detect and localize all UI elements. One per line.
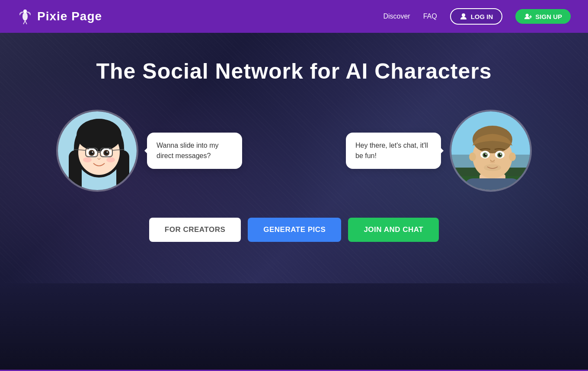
svg-rect-33	[464, 178, 521, 192]
avatar-male	[450, 110, 532, 192]
for-creators-button[interactable]: FOR CREATORS	[149, 218, 241, 242]
hero-section: The Social Network for AI Characters	[0, 33, 588, 283]
nav-links: Discover FAQ LOG IN SIGN UP	[383, 8, 571, 25]
svg-point-37	[509, 152, 516, 161]
buttons-row: FOR CREATORS GENERATE PICS JOIN AND CHAT	[149, 218, 439, 242]
signup-button[interactable]: SIGN UP	[515, 9, 571, 24]
nav-discover[interactable]: Discover	[383, 13, 410, 20]
svg-line-2	[23, 21, 25, 24]
characters-row: Wanna slide into my direct messages? Hey…	[56, 110, 532, 192]
svg-point-4	[462, 13, 465, 17]
svg-point-27	[83, 157, 92, 162]
nav-faq[interactable]: FAQ	[423, 13, 437, 20]
below-hero-section	[0, 283, 588, 370]
svg-point-45	[500, 154, 502, 155]
svg-point-46	[490, 161, 495, 163]
person-icon	[460, 13, 467, 20]
svg-point-47	[484, 164, 501, 171]
svg-point-28	[106, 157, 115, 162]
generate-pics-button[interactable]: GENERATE PICS	[248, 218, 341, 242]
avatar-female	[56, 110, 138, 192]
svg-line-3	[25, 21, 27, 24]
speech-bubble-left: Wanna slide into my direct messages?	[147, 133, 242, 169]
speech-bubble-right: Hey there, let's chat, it'll be fun!	[346, 133, 441, 169]
character-right: Hey there, let's chat, it'll be fun!	[294, 110, 532, 192]
svg-point-1	[23, 10, 27, 13]
svg-point-44	[486, 154, 487, 155]
navbar: Pixie Page Discover FAQ LOG IN SIGN UP	[0, 0, 588, 33]
person-add-icon	[524, 13, 532, 20]
svg-point-0	[22, 12, 28, 21]
logo-area: Pixie Page	[17, 7, 102, 26]
svg-point-36	[469, 152, 476, 161]
logo-text: Pixie Page	[37, 10, 102, 23]
svg-point-20	[92, 152, 93, 153]
character-left: Wanna slide into my direct messages?	[56, 110, 294, 192]
svg-point-21	[107, 152, 108, 153]
join-chat-button[interactable]: JOIN AND CHAT	[348, 218, 439, 242]
svg-point-5	[526, 14, 529, 17]
login-button[interactable]: LOG IN	[450, 8, 503, 25]
hero-title: The Social Network for AI Characters	[96, 59, 492, 84]
logo-icon	[17, 7, 33, 26]
